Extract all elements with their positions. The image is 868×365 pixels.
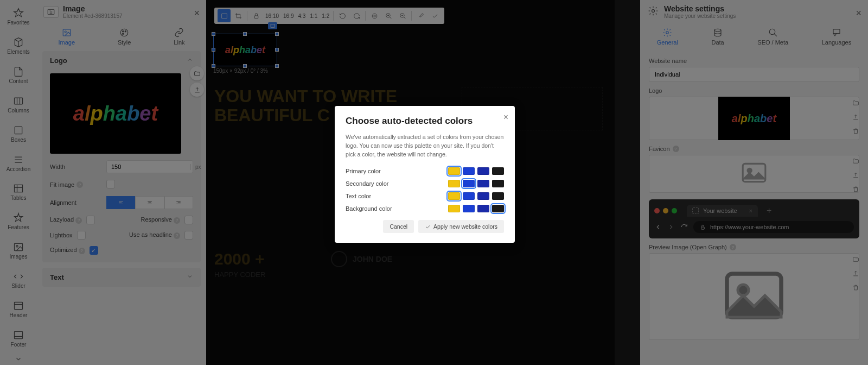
color-row-label: Text color (346, 193, 371, 199)
color-modal: × Choose auto-detected colors We've auto… (335, 106, 515, 243)
color-swatch[interactable] (448, 167, 460, 175)
color-row: Text color (346, 192, 504, 200)
color-swatch[interactable] (492, 192, 504, 200)
color-swatch[interactable] (463, 192, 475, 200)
cancel-button[interactable]: Cancel (383, 220, 414, 233)
apply-button[interactable]: Apply new website colors (418, 220, 504, 233)
color-swatch[interactable] (477, 180, 489, 187)
color-swatch[interactable] (463, 167, 475, 175)
color-row: Secondary color (346, 180, 504, 187)
color-row-label: Background color (346, 205, 392, 212)
color-swatch[interactable] (448, 205, 460, 212)
color-row: Background color (346, 205, 504, 212)
color-swatch[interactable] (492, 167, 504, 175)
color-swatch[interactable] (463, 205, 475, 212)
color-swatch[interactable] (477, 167, 489, 175)
color-row-label: Primary color (346, 168, 381, 174)
color-row: Primary color (346, 167, 504, 175)
color-swatch[interactable] (477, 192, 489, 200)
color-swatch[interactable] (492, 205, 504, 212)
color-swatch[interactable] (448, 180, 460, 187)
modal-title: Choose auto-detected colors (346, 116, 504, 127)
color-swatch[interactable] (477, 205, 489, 212)
color-swatch[interactable] (463, 180, 475, 187)
modal-body: We've automatically extracted a set of c… (346, 133, 504, 159)
modal-close-icon[interactable]: × (503, 112, 508, 122)
color-swatch[interactable] (492, 180, 504, 187)
color-row-label: Secondary color (346, 180, 389, 187)
color-swatch[interactable] (448, 192, 460, 200)
